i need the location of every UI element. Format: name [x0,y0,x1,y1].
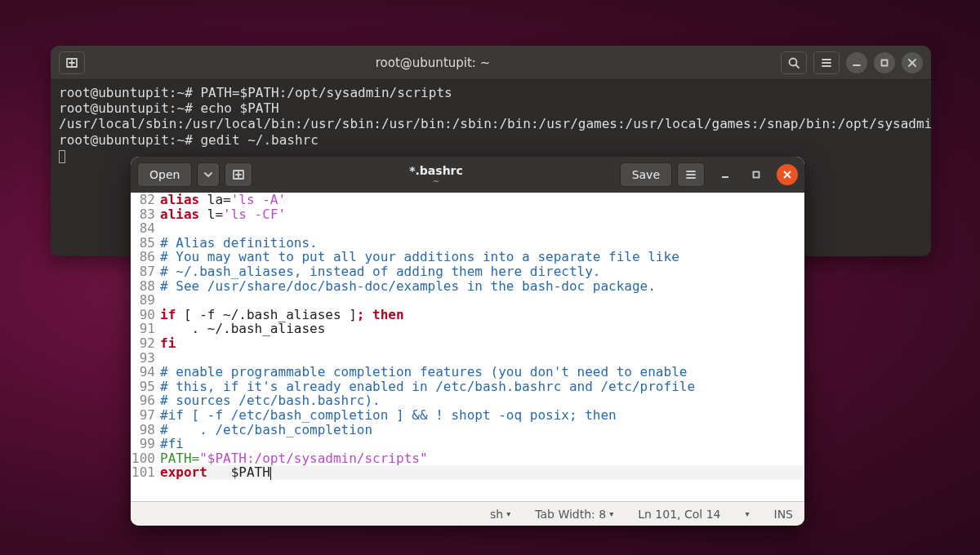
chevron-down-icon: ▾ [745,509,749,518]
gedit-title-text: *.bashrc [409,164,463,177]
svg-rect-9 [882,60,888,65]
close-icon [782,170,792,180]
terminal-maximize-button[interactable] [874,52,895,73]
gedit-open-button[interactable]: Open [137,162,192,187]
gedit-minimize-button[interactable] [715,164,736,185]
hamburger-icon [684,168,697,181]
gedit-maximize-button[interactable] [746,164,767,185]
maximize-icon [751,170,761,180]
close-icon [907,58,917,68]
new-tab-icon [65,56,78,69]
gedit-menu-button[interactable] [677,162,705,187]
terminal-minimize-button[interactable] [846,52,867,73]
gedit-code-area[interactable]: alias la='ls -A'alias l='ls -CF'# Alias … [158,193,804,501]
gedit-save-button[interactable]: Save [620,162,672,187]
maximize-icon [880,58,889,68]
terminal-menu-button[interactable] [813,51,840,74]
gedit-open-dropdown-button[interactable] [197,162,220,187]
chevron-down-icon: ▾ [506,509,510,518]
terminal-close-button[interactable] [902,52,923,73]
gedit-new-document-button[interactable] [225,162,252,187]
chevron-down-icon: ▾ [609,509,613,518]
search-icon [787,56,800,69]
svg-rect-19 [754,172,760,178]
hamburger-icon [820,56,833,69]
svg-line-4 [796,64,800,68]
gedit-subtitle: ~ [257,177,614,186]
minimize-icon [720,170,730,180]
gedit-language-selector[interactable]: sh▾ [490,508,510,521]
gedit-editor[interactable]: 8283848586878889909192939495969798991001… [131,193,804,501]
gedit-gutter: 8283848586878889909192939495969798991001… [131,193,158,501]
gedit-status-bar: sh▾ Tab Width: 8▾ Ln 101, Col 14 ▾ INS [131,501,804,526]
gedit-header: Open *.bashrc ~ Save [131,157,804,193]
gedit-insert-mode[interactable]: INS [774,508,794,521]
chevron-down-icon [204,171,212,179]
terminal-title: root@ubuntupit: ~ [85,56,781,70]
gedit-window: Open *.bashrc ~ Save 8283848586878889909… [131,157,804,526]
gedit-cursor-position: Ln 101, Col 14 [638,508,720,521]
terminal-search-button[interactable] [781,51,807,74]
new-document-icon [232,168,245,181]
gedit-title: *.bashrc ~ [257,164,614,186]
terminal-new-tab-button[interactable] [59,51,85,74]
gedit-tabwidth-selector[interactable]: Tab Width: 8▾ [535,508,613,521]
terminal-header: root@ubuntupit: ~ [51,46,931,80]
gedit-close-button[interactable] [777,164,798,185]
minimize-icon [852,58,862,68]
